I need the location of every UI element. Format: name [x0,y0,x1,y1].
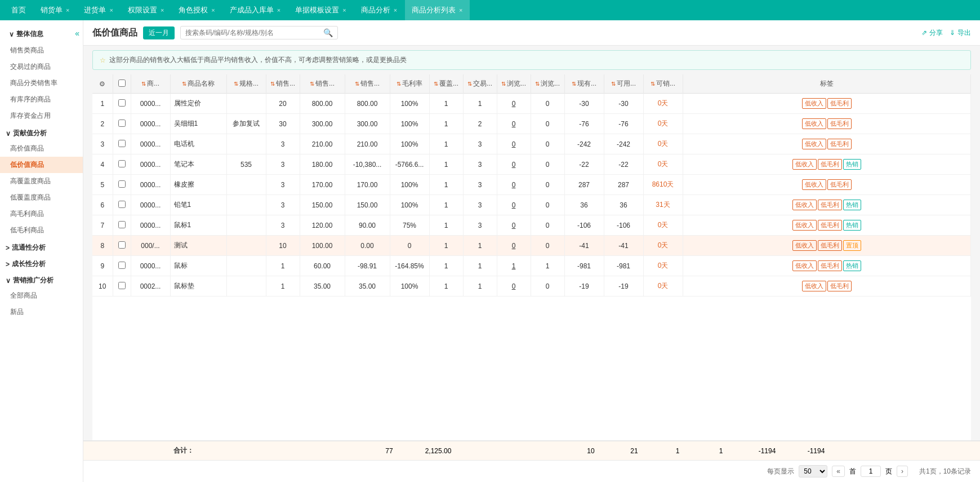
export-btn[interactable]: ⇓ 导出 [950,28,971,38]
col-header-trade-cnt[interactable]: ⇅交易... [463,74,497,94]
sidebar-item-sales-goods[interactable]: 销售类商品 [0,42,83,59]
col-header-coverage[interactable]: ⇅覆盖... [429,74,463,94]
row-available-stock: 287 [604,175,643,195]
row-checkbox[interactable] [118,180,126,188]
share-btn[interactable]: ⇗ 分享 [921,28,943,38]
row-browse1[interactable]: 0 [512,282,516,290]
close-icon[interactable]: × [161,7,164,14]
row-browse2: 0 [531,114,564,134]
sidebar-item-low-margin[interactable]: 低毛利商品 [0,222,83,238]
col-header-sales-amt[interactable]: ⇅销售... [300,74,345,94]
col-header-browse2[interactable]: ⇅浏览... [531,74,564,94]
close-icon[interactable]: × [394,7,397,14]
sidebar-section-circulation[interactable]: > 流通性分析 [0,238,83,255]
nav-home[interactable]: 首页 [5,0,33,20]
col-header-gross-margin[interactable]: ⇅毛利率 [390,74,429,94]
nav-product-analysis-list[interactable]: 商品分析列表 × [405,0,469,20]
nav-role-auth[interactable]: 角色授权 × [172,0,221,20]
row-sales-qty: 3 [266,215,300,236]
next-page-btn[interactable]: › [897,466,908,477]
sidebar-section-contribution[interactable]: ∨ 贡献值分析 [0,124,83,140]
filter-btn[interactable]: 近一月 [143,26,175,39]
close-icon[interactable]: × [109,7,113,14]
first-page-btn[interactable]: « [832,466,845,477]
row-current-stock: -981 [564,256,604,276]
totals-browse2: 1 [704,447,738,455]
col-header-sales-qty[interactable]: ⇅销售... [266,74,300,94]
col-header-name[interactable]: ⇅商品名称 [170,74,226,94]
settings-col-header[interactable]: ⚙ [92,74,113,94]
row-browse1[interactable]: 0 [512,100,516,108]
row-available-stock: -242 [604,134,643,154]
col-header-available-stock[interactable]: ⇅可用... [604,74,643,94]
sidebar-item-new-goods[interactable]: 新品 [0,304,83,320]
col-header-code[interactable]: ⇅商... [131,74,170,94]
sidebar-section-overall[interactable]: ∨ 整体信息 [3,25,49,41]
page-label: 首 [849,467,856,476]
sidebar-collapse-btn[interactable]: « [75,29,79,38]
close-icon[interactable]: × [211,7,215,14]
row-checkbox[interactable] [118,241,126,249]
nav-permission[interactable]: 权限设置 × [121,0,171,20]
sidebar: ∨ 整体信息 « 销售类商品 交易过的商品 商品分类销售率 有库序的商品 库存资… [0,20,83,482]
row-spec [226,175,266,195]
sidebar-item-category-sales[interactable]: 商品分类销售率 [0,75,83,91]
row-checkbox[interactable] [118,120,126,127]
row-checkbox[interactable] [118,160,126,167]
search-icon[interactable]: 🔍 [323,28,333,37]
nav-sales-order[interactable]: 销货单 × [34,0,76,20]
close-icon[interactable]: × [66,7,69,14]
row-browse1[interactable]: 0 [512,242,516,250]
row-browse1[interactable]: 0 [512,161,516,169]
sidebar-item-high-value[interactable]: 高价值商品 [0,140,83,157]
sidebar-item-traded-goods[interactable]: 交易过的商品 [0,59,83,75]
select-all-checkbox[interactable] [118,79,126,87]
row-browse1[interactable]: 0 [512,201,516,209]
row-sales-qty: 30 [266,114,300,134]
nav-product-stock[interactable]: 产成品入库单 × [223,0,287,20]
col-header-spec[interactable]: ⇅规格... [226,74,266,94]
col-header-current-stock[interactable]: ⇅现有... [564,74,604,94]
row-checkbox[interactable] [118,262,126,269]
sidebar-section-growth[interactable]: > 成长性分析 [0,255,83,271]
row-browse1[interactable]: 0 [512,181,516,189]
row-checkbox[interactable] [118,221,126,228]
row-gross-margin: -5766.6... [390,154,429,175]
sidebar-item-high-coverage[interactable]: 高覆盖度商品 [0,173,83,189]
col-header-sales-profit[interactable]: ⇅销售... [345,74,390,94]
row-index: 8 [92,236,113,256]
row-checkbox[interactable] [118,201,126,208]
checkbox-col-header[interactable] [113,74,131,94]
col-header-browse1[interactable]: ⇅浏览... [497,74,531,94]
nav-purchase[interactable]: 进货单 × [77,0,119,20]
close-icon[interactable]: × [277,7,280,14]
sidebar-item-stock-capital[interactable]: 库存资金占用 [0,108,83,124]
row-checkbox[interactable] [118,140,126,147]
nav-product-analysis[interactable]: 商品分析 × [354,0,404,20]
row-checkbox[interactable] [118,99,126,107]
sidebar-section-marketing[interactable]: ∨ 营销推广分析 [0,271,83,288]
nav-template-settings[interactable]: 单据模板设置 × [288,0,353,20]
totals-available-stock: -1194 [796,447,836,455]
table-area[interactable]: ⚙ ⇅商... ⇅商品名称 ⇅规格... ⇅销售... ⇅销售... ⇅销售..… [92,74,971,440]
col-header-saleable[interactable]: ⇅可销... [643,74,683,94]
page-number-input[interactable] [861,466,881,477]
close-icon[interactable]: × [459,7,462,14]
settings-icon[interactable]: ⚙ [99,80,105,88]
search-input[interactable] [185,29,323,37]
row-gross-margin: 100% [390,94,429,114]
page-size-select[interactable]: 50 100 200 [799,465,827,477]
sidebar-item-all-goods[interactable]: 全部商品 [0,288,83,304]
row-browse1[interactable]: 0 [512,222,516,229]
sidebar-item-stocked-goods[interactable]: 有库序的商品 [0,91,83,108]
sidebar-item-high-margin[interactable]: 高毛利商品 [0,206,83,222]
total-pages-label: 页 [885,467,892,476]
sidebar-item-low-coverage[interactable]: 低覆盖度商品 [0,189,83,206]
row-checkbox[interactable] [118,282,126,289]
row-browse1[interactable]: 0 [512,140,516,148]
sidebar-item-low-value[interactable]: 低价值商品 [0,157,83,173]
row-browse1[interactable]: 1 [512,262,516,270]
row-browse1[interactable]: 0 [512,120,516,128]
row-sales-amt: 300.00 [300,114,345,134]
close-icon[interactable]: × [342,7,346,14]
